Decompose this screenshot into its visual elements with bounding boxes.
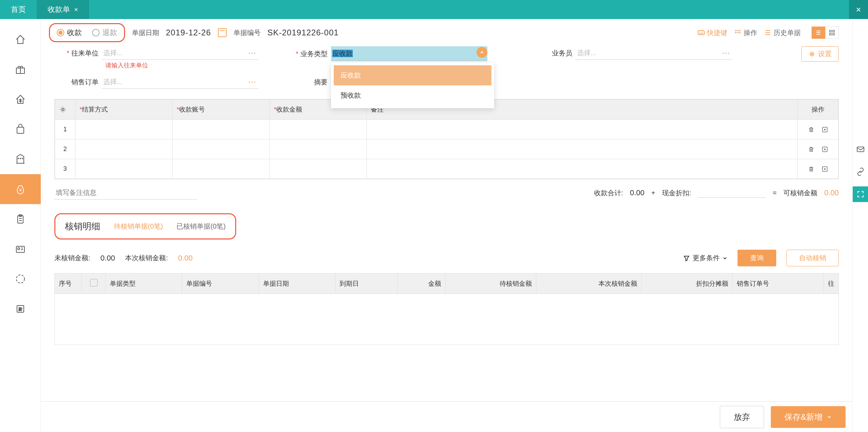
- discount-header: 折扣分摊额: [642, 273, 733, 294]
- tab-receipt[interactable]: 收款单 ×: [37, 0, 89, 19]
- unwriteoff-value: 0.00: [101, 254, 115, 263]
- operate-link[interactable]: 操作: [734, 28, 757, 37]
- table-row[interactable]: 2: [55, 139, 838, 159]
- pending-header: 待核销金额: [445, 273, 536, 294]
- writeoff-label: 可核销金额: [783, 188, 817, 198]
- biz-type-label: *业务类型: [283, 49, 331, 59]
- close-icon[interactable]: ×: [74, 6, 78, 14]
- delete-icon[interactable]: [808, 126, 815, 133]
- more-icon[interactable]: ⋯: [722, 48, 730, 58]
- number-label: 单据编号: [233, 28, 261, 37]
- add-icon[interactable]: [821, 146, 828, 153]
- action-header: 操作: [798, 100, 838, 120]
- discount-label: 现金折扣:: [662, 188, 691, 198]
- writeoff-value: 0.00: [824, 188, 839, 197]
- settings-button[interactable]: 设置: [801, 46, 839, 62]
- form-fields: *往来单位 ⋯ 请输入往来单位 *业务类型 应收款 应收款 预收款: [41, 46, 852, 89]
- summary-label: 摘要: [283, 78, 331, 87]
- sidebar-bag-icon[interactable]: [0, 114, 41, 144]
- detail-title: 核销明细: [65, 220, 100, 232]
- tab-receipt-label: 收款单: [48, 4, 70, 15]
- svg-point-10: [18, 248, 20, 250]
- mail-icon[interactable]: [853, 142, 868, 157]
- checkbox-header[interactable]: [82, 273, 106, 294]
- more-conditions-link[interactable]: 更多条件: [683, 253, 727, 263]
- top-tabs-bar: 首页 收款单 × ×: [0, 0, 868, 19]
- window-close-button[interactable]: ×: [849, 0, 868, 19]
- cancel-button[interactable]: 放弃: [720, 406, 764, 428]
- salesperson-input[interactable]: [576, 46, 732, 60]
- view-list-button[interactable]: [812, 27, 825, 39]
- tab-pending[interactable]: 待核销单据(0笔): [114, 222, 163, 231]
- more-icon[interactable]: ⋯: [248, 77, 256, 87]
- expand-icon[interactable]: [853, 186, 868, 202]
- radio-receive-label: 收款: [67, 28, 82, 38]
- add-icon[interactable]: [821, 126, 828, 133]
- detail-controls: 未核销金额: 0.00 本次核销金额: 0.00 更多条件 查询 自动核销: [54, 239, 839, 273]
- biz-type-input[interactable]: 应收款: [331, 46, 487, 61]
- add-icon[interactable]: [821, 166, 828, 172]
- gear-icon: [809, 51, 815, 57]
- tab-done[interactable]: 已核销单据(0笔): [176, 222, 225, 231]
- sidebar-loading-icon[interactable]: [0, 264, 41, 294]
- summary-row: 收款合计: 0.00 + 现金折扣: = 可核销金额 0.00: [41, 179, 852, 206]
- main-content: 收款 退款 单据日期 2019-12-26 单据编号 SK-20191226-0…: [41, 19, 852, 432]
- delete-icon[interactable]: [808, 146, 815, 153]
- chevron-up-icon[interactable]: [476, 47, 487, 58]
- remark-input[interactable]: [54, 186, 197, 200]
- sidebar-clipboard-icon[interactable]: [0, 204, 41, 234]
- chevron-down-icon: [827, 414, 832, 420]
- tab-home[interactable]: 首页: [0, 0, 37, 19]
- svg-point-19: [737, 32, 739, 33]
- delete-icon[interactable]: [808, 166, 815, 172]
- svg-rect-21: [830, 30, 831, 32]
- table-row[interactable]: 3: [55, 159, 838, 179]
- query-button[interactable]: 查询: [737, 250, 776, 266]
- salesperson-field: 业务员 ⋯: [528, 46, 730, 60]
- svg-rect-2: [17, 127, 24, 133]
- seq-header: 序号: [55, 273, 82, 294]
- sidebar-id-card-icon[interactable]: [0, 234, 41, 264]
- gear-column-header[interactable]: [55, 100, 75, 120]
- auto-writeoff-button[interactable]: 自动核销: [786, 250, 839, 266]
- salesperson-label: 业务员: [528, 49, 576, 58]
- biz-option-prereceive[interactable]: 预收款: [334, 85, 491, 105]
- detail-header: 核销明细 待核销单据(0笔) 已核销单据(0笔): [54, 213, 236, 239]
- table-row[interactable]: 1: [55, 120, 838, 139]
- total-label: 收款合计:: [594, 188, 623, 198]
- shortcut-link[interactable]: 快捷键: [697, 28, 727, 37]
- company-input[interactable]: [102, 46, 258, 60]
- radio-unchecked-icon: [92, 29, 100, 36]
- radio-receive[interactable]: 收款: [57, 28, 82, 38]
- save-and-new-button[interactable]: 保存&新增: [771, 406, 846, 428]
- sales-order-input[interactable]: [102, 75, 258, 89]
- sidebar-money-bag-icon[interactable]: ¥: [0, 174, 41, 204]
- sidebar-new-icon[interactable]: 新: [0, 294, 41, 324]
- empty-row: [55, 294, 839, 345]
- biz-option-receivable[interactable]: 应收款: [334, 65, 491, 85]
- view-grid-button[interactable]: [825, 27, 839, 39]
- discount-input[interactable]: [698, 188, 766, 198]
- history-link[interactable]: 历史单据: [764, 28, 801, 37]
- number-value: SK-20191226-001: [267, 28, 339, 37]
- date-value[interactable]: 2019-12-26: [166, 28, 211, 37]
- svg-point-18: [735, 32, 736, 33]
- sidebar-gift-icon[interactable]: [0, 54, 41, 84]
- unwriteoff-label: 未核销金额:: [54, 253, 90, 263]
- amount-header: 金额: [397, 273, 445, 294]
- sidebar-building-icon[interactable]: [0, 144, 41, 174]
- current-writeoff-label: 本次核销金额:: [125, 253, 168, 263]
- radio-refund[interactable]: 退款: [92, 28, 117, 38]
- equals-sign: =: [772, 189, 777, 197]
- calendar-icon[interactable]: [218, 28, 227, 37]
- sidebar-home-icon[interactable]: [0, 24, 41, 54]
- receipt-type-radio-group: 收款 退款: [49, 23, 125, 42]
- svg-point-11: [16, 275, 24, 283]
- sidebar-house-dollar-icon[interactable]: $: [0, 84, 41, 114]
- writeoff-detail-section: 核销明细 待核销单据(0笔) 已核销单据(0笔) 未核销金额: 0.00 本次核…: [54, 213, 839, 345]
- link-icon[interactable]: [853, 164, 868, 180]
- footer-bar: 放弃 保存&新增: [41, 401, 852, 432]
- type-header: 单据类型: [106, 273, 182, 294]
- right-utility-strip: [852, 19, 868, 432]
- more-icon[interactable]: ⋯: [248, 48, 256, 58]
